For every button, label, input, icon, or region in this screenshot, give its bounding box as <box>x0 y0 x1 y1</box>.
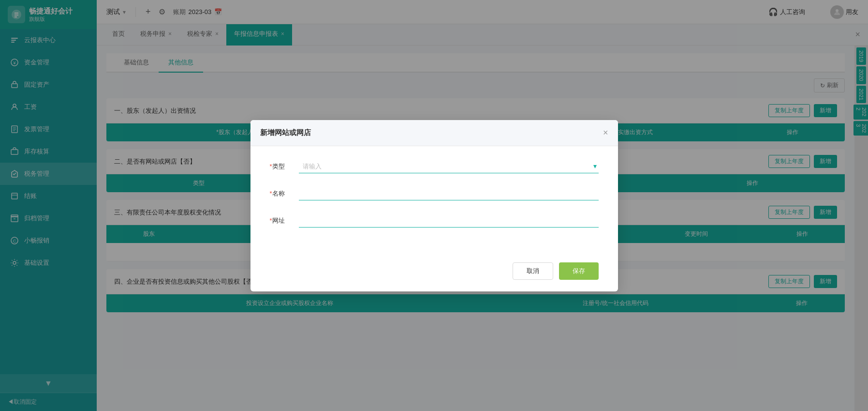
modal-title: 新增网站或网店 <box>260 128 311 137</box>
modal-overlay[interactable]: 新增网站或网店 × *类型 ▾ *名称 <box>0 0 868 411</box>
modal-header: 新增网站或网店 × <box>250 120 618 146</box>
name-label: *名称 <box>270 189 299 198</box>
type-label: *类型 <box>270 162 299 171</box>
form-row-type: *类型 ▾ <box>270 160 599 173</box>
modal-add-website: 新增网站或网店 × *类型 ▾ *名称 <box>250 120 618 291</box>
modal-footer: 取消 保存 <box>250 255 618 291</box>
modal-close-button[interactable]: × <box>603 128 608 138</box>
form-row-name: *名称 <box>270 187 599 200</box>
form-row-url: *网址 <box>270 214 599 228</box>
name-input-wrap <box>299 187 599 200</box>
modal-body: *类型 ▾ *名称 *网址 <box>250 146 618 255</box>
url-label-text: 网址 <box>272 217 285 224</box>
type-dropdown-icon[interactable]: ▾ <box>593 162 597 170</box>
url-input[interactable] <box>299 214 599 227</box>
save-button[interactable]: 保存 <box>559 262 599 280</box>
type-label-text: 类型 <box>272 163 285 170</box>
name-input[interactable] <box>299 187 599 200</box>
cancel-button[interactable]: 取消 <box>513 262 553 280</box>
type-input[interactable] <box>299 160 599 173</box>
type-input-wrap: ▾ <box>299 160 599 173</box>
url-input-wrap <box>299 214 599 228</box>
url-label: *网址 <box>270 216 299 225</box>
name-label-text: 名称 <box>272 190 285 197</box>
